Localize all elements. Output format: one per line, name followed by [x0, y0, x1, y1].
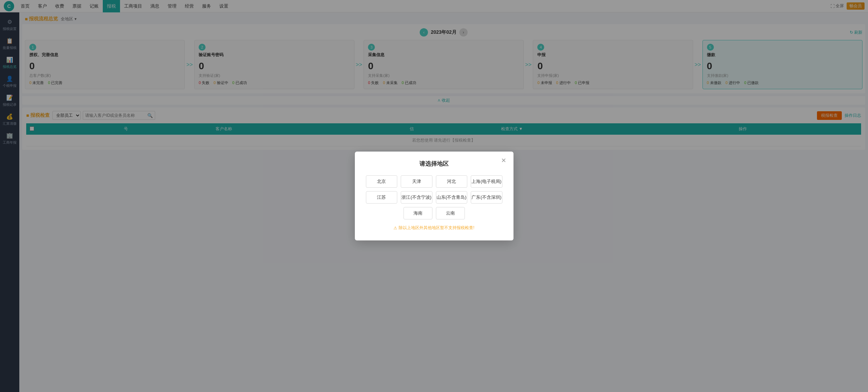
- region-btn-guangdong[interactable]: 广东(不含深圳): [471, 191, 502, 204]
- modal-overlay[interactable]: ✕ 请选择地区 北京 天津 河北 上海(电子税局) 江苏 浙江(不含宁波) 山东…: [0, 0, 868, 392]
- region-btn-tianjin[interactable]: 天津: [401, 175, 432, 188]
- modal-title: 请选择地区: [366, 160, 502, 168]
- region-btn-shandong[interactable]: 山东(不含青岛): [436, 191, 468, 204]
- region-btn-hebei[interactable]: 河北: [436, 175, 468, 188]
- modal-close-btn[interactable]: ✕: [500, 156, 508, 165]
- region-row-1: 北京 天津 河北 上海(电子税局): [366, 175, 502, 188]
- region-btn-jiangsu[interactable]: 江苏: [366, 191, 398, 204]
- warning-icon: ⚠: [393, 226, 397, 230]
- region-btn-hainan[interactable]: 海南: [403, 207, 432, 219]
- region-btn-zhejiang[interactable]: 浙江(不含宁波): [401, 191, 432, 204]
- region-modal: ✕ 请选择地区 北京 天津 河北 上海(电子税局) 江苏 浙江(不含宁波) 山东…: [355, 152, 513, 240]
- region-row-3: 海南 云南: [366, 207, 502, 219]
- region-btn-yunnan[interactable]: 云南: [436, 207, 465, 219]
- modal-warning: ⚠ 除以上地区外其他地区暂不支持报税检查!: [366, 225, 502, 231]
- region-btn-beijing[interactable]: 北京: [366, 175, 398, 188]
- region-btn-shanghai[interactable]: 上海(电子税局): [471, 175, 502, 188]
- region-row-2: 江苏 浙江(不含宁波) 山东(不含青岛) 广东(不含深圳): [366, 191, 502, 204]
